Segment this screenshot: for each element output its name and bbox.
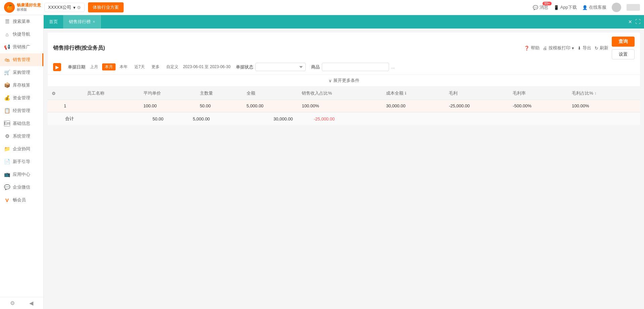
sidebar-item-sales[interactable]: 🛍 销售管理 [0,53,43,66]
tab-fullscreen-icon[interactable]: ⛶ [635,19,641,25]
expand-more-btn[interactable]: ∨ 展开更多条件 [48,74,640,86]
sidebar-label-member: 畅会员 [13,197,26,203]
sidebar-settings-icon[interactable]: ⚙ [10,300,15,306]
filter-status: 单据状态 [236,63,306,71]
tab-close-all-icon[interactable]: × [628,18,632,25]
refresh-icon: ↻ [595,46,598,51]
th-settings: ⚙ [48,87,60,100]
tab-close-icon[interactable]: × [93,19,95,24]
app-download-btn[interactable]: 📱 App下载 [554,4,577,10]
date-more[interactable]: 更多 [149,63,162,70]
logo-text: 畅康通好生意 [17,3,41,7]
sidebar-label-marketing: 营销推广 [13,44,30,50]
settings-btn[interactable]: 设置 [612,49,635,59]
online-service-label: 在线客服 [589,4,606,10]
online-service-btn[interactable]: 👤 在线客服 [582,4,606,10]
query-settings-group: 查询 设置 [612,37,635,59]
sales-icon: 🛍 [4,57,10,63]
status-select[interactable] [255,63,306,71]
member-icon: V [4,197,10,203]
sidebar-item-newbie-guide[interactable]: 📄 新手引导 [0,155,43,168]
col-settings-icon[interactable]: ⚙ [52,91,56,96]
page-title: 销售排行榜(按业务员) [53,45,105,52]
purchase-icon: 🛒 [4,69,10,75]
print-btn[interactable]: 🖨 按模板打印 ▾ [543,45,574,51]
print-label: 按模板打印 [549,45,570,51]
footer-amount: 5,000.00 [193,116,233,121]
help-label: 帮助 [531,45,540,51]
tab-home[interactable]: 首页 [44,15,63,29]
th-quantity: 主数量 [196,87,243,100]
marketing-icon: 📢 [4,44,10,50]
company-name: XXXXX公司 [48,4,72,10]
date-custom[interactable]: 自定义 [164,63,181,70]
sidebar-item-finance[interactable]: 💰 资金管理 [0,92,43,104]
date-tabs: 上月 本月 本年 近7天 更多 自定义 [87,63,181,70]
company-settings-icon[interactable]: ⚙ [77,5,81,10]
finance-icon: 💰 [4,95,10,101]
company-selector[interactable]: XXXXX公司 ▾ ⚙ [44,3,85,12]
sidebar-item-inventory[interactable]: 📦 库存核算 [0,79,43,92]
content-area: 首页 销售排行榜 × × ⛶ 销售排行榜(按业务员) [44,15,644,309]
th-gross-pct: 毛利占比% ↕ [568,87,640,100]
sidebar-item-quick-nav[interactable]: ⌂ 快捷导航 [0,28,43,41]
sidebar-label-system: 系统管理 [13,133,30,139]
sidebar-label-sales: 销售管理 [13,57,30,63]
sidebar-item-marketing[interactable]: 📢 营销推广 [0,41,43,53]
industry-btn[interactable]: 体验行业方案 [88,2,124,12]
goods-more-icon[interactable]: ... [391,64,395,69]
td-cost: 30,000.00 [382,100,445,112]
footer-gross: -25,000.00 [314,116,354,121]
sidebar-item-app-center[interactable]: 📺 应用中心 [0,168,43,181]
table-row: 1 100.00 50.00 5,000.00 100.00% 30,000.0… [48,100,640,112]
top-right: 💬 消息 99+ 📱 App下载 👤 在线客服 [533,3,640,12]
th-sales-pct: 销售收入占比% [298,87,382,100]
sidebar-item-member[interactable]: V 畅会员 [0,194,43,206]
table-header-row: ⚙ 员工名称 平均单价 主数量 全额 销售收入占比% 成本全额 ℹ [48,87,640,100]
enterprise-collab-icon: 📁 [4,146,10,152]
date-current-year[interactable]: 本年 [117,63,130,70]
query-btn[interactable]: 查询 [612,37,635,47]
table-body: 1 100.00 50.00 5,000.00 100.00% 30,000.0… [48,100,640,112]
export-btn[interactable]: ⬇ 导出 [577,45,591,51]
page-header: 销售排行榜(按业务员) ❓ 帮助 🖨 按模板打印 ▾ ⬇ [48,33,640,59]
sidebar-label-purchase: 采购管理 [13,69,30,75]
th-cost: 成本全额 ℹ [382,87,445,100]
main-content: 销售排行榜(按业务员) ❓ 帮助 🖨 按模板打印 ▾ ⬇ [44,29,644,309]
filter-expand-toggle[interactable]: ▶ [53,63,61,71]
sidebar-item-basic-info[interactable]: Em 基础信息 [0,117,43,130]
sidebar-item-purchase[interactable]: 🛒 采购管理 [0,66,43,79]
table-footer: 合计 50.00 5,000.00 30,000.00 -25,000.00 [48,112,640,125]
filter-date: 单据日期 上月 本月 本年 近7天 更多 自定义 2023-06-01 至 20… [68,63,230,70]
sidebar-item-enterprise-wechat[interactable]: 💬 企业微信 [0,181,43,194]
sidebar-collapse-icon[interactable]: ◀ [29,300,33,306]
td-quantity: 50.00 [196,100,243,112]
td-rank: 1 [60,100,83,112]
sidebar-item-search-order[interactable]: ☰ 搜索菜单 [0,15,43,28]
print-icon: 🖨 [543,46,547,51]
refresh-btn[interactable]: ↻ 刷新 [595,45,608,51]
goods-input[interactable] [322,63,389,71]
tab-sales-ranking[interactable]: 销售排行榜 × [63,15,101,29]
sidebar: ☰ 搜索菜单 ⌂ 快捷导航 📢 营销推广 🛍 销售管理 🛒 采购管理 📦 库 [0,15,44,309]
date-current-month[interactable]: 本月 [102,63,116,70]
sidebar-label-search-order: 搜索菜单 [13,18,30,24]
help-icon: ❓ [524,46,529,51]
system-icon: ⚙ [4,133,10,139]
cost-info-icon[interactable]: ℹ [405,91,406,96]
sidebar-label-finance: 资金管理 [13,95,30,101]
avatar[interactable] [612,3,621,12]
date-7days[interactable]: 近7天 [132,63,147,70]
footer-label: 合计 [52,116,112,122]
sidebar-label-quick-nav: 快捷导航 [13,31,30,37]
sidebar-item-system[interactable]: ⚙ 系统管理 [0,130,43,143]
gross-pct-icon[interactable]: ↕ [594,91,596,96]
date-label: 单据日期 [68,64,85,70]
date-prev-month[interactable]: 上月 [87,63,101,70]
sidebar-item-enterprise-collab[interactable]: 📁 企业协同 [0,143,43,155]
export-label: 导出 [583,45,591,51]
sidebar-item-operations[interactable]: 📋 经营管理 [0,104,43,117]
date-range: 2023-06-01 至 2023-06-30 [183,64,230,70]
help-btn[interactable]: ❓ 帮助 [524,45,540,51]
message-btn[interactable]: 💬 消息 99+ [533,4,548,10]
